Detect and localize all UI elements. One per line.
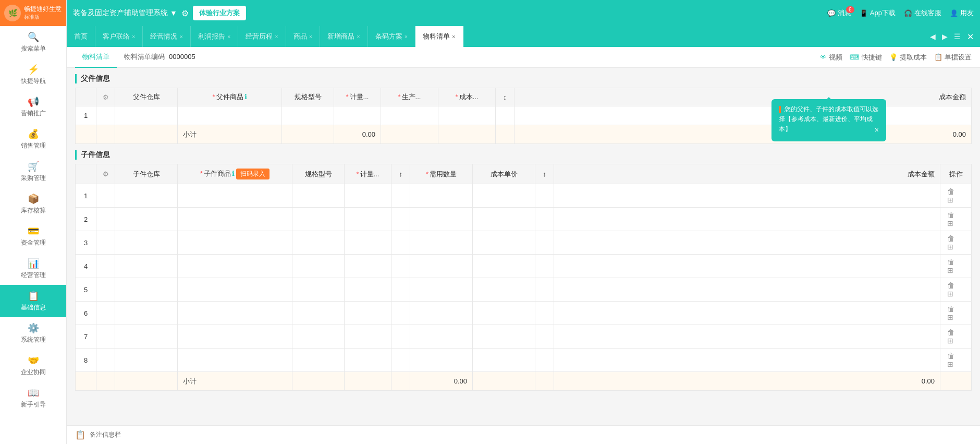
cost-action[interactable]: 💡 提取成本 [889,53,927,62]
child-row-spec[interactable] [292,278,345,302]
tab-menu-button[interactable]: ☰ [952,31,963,42]
sidebar-item-sales[interactable]: 💰 销售管理 [0,123,66,155]
sidebar-item-inventory[interactable]: 📦 库存核算 [0,188,66,220]
child-row-warehouse[interactable] [115,231,178,255]
tab-bom[interactable]: 物料清单 × [415,26,463,47]
delete-icon[interactable]: 🗑 [947,234,954,243]
view-action[interactable]: 👁 视频 [820,53,842,62]
sidebar-item-operations[interactable]: 📊 经营管理 [0,253,66,285]
tooltip-close-button[interactable]: × [875,124,879,136]
child-row-quantity[interactable] [410,349,473,372]
child-row-spec[interactable] [292,302,345,325]
copy-icon[interactable]: ⊞ [947,243,953,251]
sidebar-item-guide[interactable]: 📖 新手引导 [0,382,66,414]
sidebar-item-search[interactable]: 🔍 搜索菜单 [0,26,66,58]
child-row-product[interactable] [178,325,292,349]
system-dropdown-button[interactable]: ▼ [170,9,177,17]
tab-new-products[interactable]: 新增商品 × [320,26,368,47]
tab-history-close[interactable]: × [275,33,278,40]
child-row-warehouse[interactable] [115,208,178,231]
child-row-product[interactable] [178,184,292,208]
experience-button[interactable]: 体验行业方案 [193,6,246,20]
copy-icon[interactable]: ⊞ [947,360,953,368]
tab-next-button[interactable]: ▶ [940,31,950,42]
sidebar-item-enterprise[interactable]: 🤝 企业协同 [0,350,66,382]
child-row-unit[interactable] [345,278,391,302]
row-warehouse[interactable] [115,106,178,125]
tab-history[interactable]: 经营历程 × [238,26,286,47]
sidebar-item-marketing[interactable]: 📢 营销推广 [0,91,66,123]
child-row-unit-price[interactable] [473,302,535,325]
child-row-unit-price[interactable] [473,231,535,255]
tab-bom-close[interactable]: × [452,33,455,40]
child-row-warehouse[interactable] [115,278,178,302]
tab-products-close[interactable]: × [309,33,312,40]
child-row-unit[interactable] [345,349,391,372]
tab-home[interactable]: 首页 [67,26,95,47]
child-row-warehouse[interactable] [115,302,178,325]
row-product[interactable] [178,106,282,125]
tab-operations-close[interactable]: × [179,33,182,40]
delete-icon[interactable]: 🗑 [947,187,954,196]
scan-button[interactable]: 扫码录入 [236,169,270,179]
child-row-unit-price[interactable] [473,349,535,372]
child-row-unit-price[interactable] [473,278,535,302]
child-row-unit[interactable] [345,184,391,208]
child-row-spec[interactable] [292,208,345,231]
child-row-warehouse[interactable] [115,325,178,349]
child-row-unit-price[interactable] [473,255,535,278]
copy-icon[interactable]: ⊞ [947,337,953,345]
tab-operations[interactable]: 经营情况 × [143,26,190,47]
row-unit[interactable] [334,106,381,125]
shortcut-action[interactable]: ⌨ 快捷键 [850,53,882,62]
child-row-spec[interactable] [292,231,345,255]
child-row-product[interactable] [178,302,292,325]
sub-tab-bom-list[interactable]: 物料清单 [75,47,117,68]
delete-icon[interactable]: 🗑 [947,305,954,313]
copy-icon[interactable]: ⊞ [947,313,953,321]
tab-profit-close[interactable]: × [227,33,230,40]
child-row-quantity[interactable] [410,278,473,302]
child-row-unit-price[interactable] [473,325,535,349]
settings-action[interactable]: 📋 单据设置 [934,53,972,62]
tab-barcode[interactable]: 条码方案 × [368,26,415,47]
online-service-button[interactable]: 🎧 在线客服 [904,8,941,18]
sidebar-item-system[interactable]: ⚙️ 系统管理 [0,317,66,350]
child-row-unit[interactable] [345,231,391,255]
child-row-unit[interactable] [345,302,391,325]
delete-icon[interactable]: 🗑 [947,258,954,266]
child-row-warehouse[interactable] [115,349,178,372]
child-row-warehouse[interactable] [115,184,178,208]
row-production[interactable] [381,106,438,125]
child-row-product[interactable] [178,231,292,255]
sidebar-item-quick-nav[interactable]: ⚡ 快捷导航 [0,58,66,91]
user-button[interactable]: 👤 用友 [950,8,974,18]
copy-icon[interactable]: ⊞ [947,290,953,298]
child-row-unit[interactable] [345,208,391,231]
tab-customers[interactable]: 客户联络 × [95,26,143,47]
child-row-quantity[interactable] [410,325,473,349]
child-row-spec[interactable] [292,349,345,372]
child-row-product[interactable] [178,255,292,278]
delete-icon[interactable]: 🗑 [947,352,954,360]
child-row-unit[interactable] [345,255,391,278]
tab-profit[interactable]: 利润报告 × [191,26,238,47]
child-row-unit-price[interactable] [473,208,535,231]
child-row-warehouse[interactable] [115,255,178,278]
child-row-spec[interactable] [292,184,345,208]
parent-col-settings[interactable]: ⚙ [96,88,115,106]
tab-close-all-button[interactable]: ✕ [965,31,976,43]
child-row-quantity[interactable] [410,231,473,255]
copy-icon[interactable]: ⊞ [947,219,953,227]
tab-products[interactable]: 商品 × [286,26,320,47]
child-row-product[interactable] [178,278,292,302]
tab-new-products-close[interactable]: × [357,33,360,40]
tab-prev-button[interactable]: ◀ [928,31,938,42]
child-row-unit-price[interactable] [473,184,535,208]
child-row-spec[interactable] [292,325,345,349]
child-row-quantity[interactable] [410,184,473,208]
sidebar-item-basic-info[interactable]: 📋 基础信息 [0,285,66,317]
gear-icon[interactable]: ⚙ [179,6,191,20]
sidebar-item-purchase[interactable]: 🛒 采购管理 [0,155,66,188]
tab-barcode-close[interactable]: × [405,33,408,40]
